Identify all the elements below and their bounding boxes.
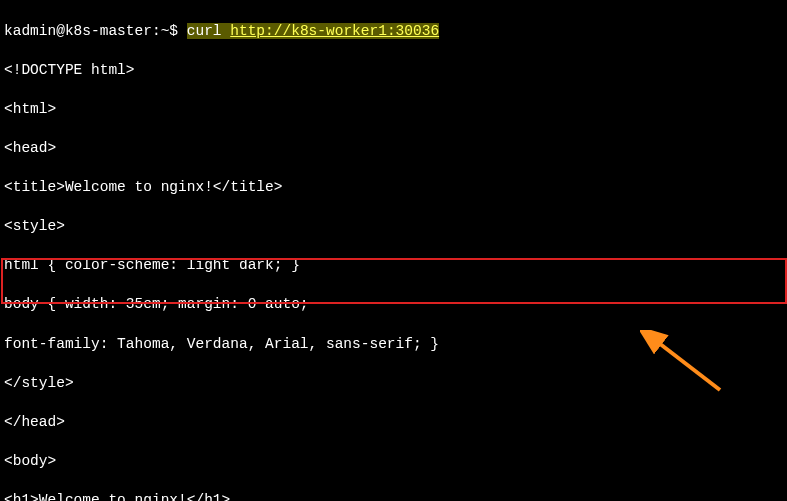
prompt-user-host: kadmin@k8s-master: [4, 23, 152, 39]
output-line: <!DOCTYPE html>: [4, 61, 783, 81]
output-line: body { width: 35em; margin: 0 auto;: [4, 295, 783, 315]
command-text: curl: [187, 23, 222, 39]
prompt-line-1: kadmin@k8s-master:~$ curl http://k8s-wor…: [4, 22, 783, 42]
output-line: font-family: Tahoma, Verdana, Arial, san…: [4, 335, 783, 355]
output-line: <title>Welcome to nginx!</title>: [4, 178, 783, 198]
output-line: </head>: [4, 413, 783, 433]
output-line: <html>: [4, 100, 783, 120]
output-line: <h1>Welcome to nginx!</h1>: [4, 491, 783, 501]
command-url: http://k8s-worker1:30036: [230, 23, 439, 39]
prompt-dollar: $: [169, 23, 178, 39]
output-line: html { color-scheme: light dark; }: [4, 256, 783, 276]
output-line: <body>: [4, 452, 783, 472]
terminal-output[interactable]: kadmin@k8s-master:~$ curl http://k8s-wor…: [0, 0, 787, 501]
output-line: </style>: [4, 374, 783, 394]
output-line: <head>: [4, 139, 783, 159]
output-line: <style>: [4, 217, 783, 237]
